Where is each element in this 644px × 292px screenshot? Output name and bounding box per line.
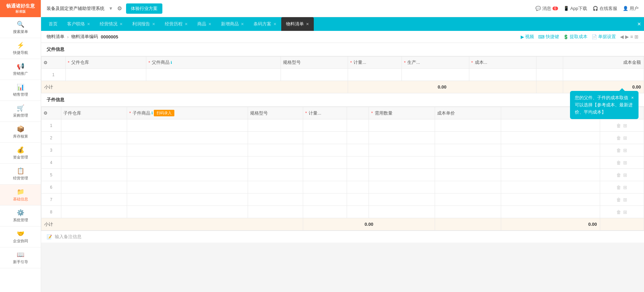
child-unit-cell-0[interactable] [303, 119, 347, 132]
child-unit-cell-6[interactable] [303, 194, 347, 206]
user-button[interactable]: 👤 用户 [623, 5, 639, 12]
copy-icon-7[interactable]: ⊞ [623, 209, 627, 215]
nav-tab-5[interactable]: 商品✕ [193, 17, 216, 31]
child-cost-amount-cell-4[interactable] [501, 169, 600, 181]
tab-close-6[interactable]: ✕ [241, 22, 244, 26]
child-warehouse-cell-6[interactable] [61, 194, 127, 206]
child-cost-amount-cell-3[interactable] [501, 156, 600, 169]
tab-close-8[interactable]: ✕ [306, 22, 309, 26]
parent-product-cell[interactable] [146, 69, 281, 81]
child-qty-cell-7[interactable] [369, 206, 435, 218]
parent-spec-cell[interactable] [281, 69, 348, 81]
video-action[interactable]: ▶ 视频 [521, 34, 534, 40]
child-product-cell-0[interactable] [127, 119, 248, 132]
child-qty-cell-3[interactable] [369, 156, 435, 169]
scan-input-button[interactable]: 扫码录入 [154, 110, 174, 116]
child-spec-cell-0[interactable] [248, 119, 303, 132]
child-qty-cell-0[interactable] [369, 119, 435, 132]
parent-warehouse-cell[interactable] [65, 69, 146, 81]
child-product-cell-3[interactable] [127, 156, 248, 169]
child-qty-cell-5[interactable] [369, 181, 435, 194]
delete-icon-6[interactable]: 🗑 [616, 197, 621, 202]
sidebar-item-6[interactable]: 💰资金管理 [0, 143, 41, 164]
child-unit-price-cell-3[interactable] [435, 156, 501, 169]
shortcut-action[interactable]: ⌨ 快捷键 [538, 34, 559, 40]
child-warehouse-cell-0[interactable] [61, 119, 127, 132]
child-product-cell-5[interactable] [127, 181, 248, 194]
child-product-info-icon[interactable]: ℹ [151, 111, 153, 115]
child-cost-amount-cell-5[interactable] [501, 181, 600, 194]
child-unit-price-cell-0[interactable] [435, 119, 501, 132]
nav-tab-4[interactable]: 经营历程✕ [160, 17, 193, 31]
parent-cost-cell[interactable] [469, 69, 536, 81]
child-product-cell-4[interactable] [127, 169, 248, 181]
child-unit-cell-2[interactable] [303, 144, 347, 156]
sidebar-item-1[interactable]: ⚡快捷导航 [0, 38, 41, 59]
child-cost-amount-cell-2[interactable] [501, 144, 600, 156]
child-cost-amount-cell-0[interactable] [501, 119, 600, 132]
tab-close-5[interactable]: ✕ [208, 22, 211, 26]
copy-icon-6[interactable]: ⊞ [623, 197, 627, 202]
child-cost-amount-cell-7[interactable] [501, 206, 600, 218]
nav-tab-7[interactable]: 条码方案✕ [249, 17, 281, 31]
child-warehouse-cell-1[interactable] [61, 132, 127, 144]
copy-icon-4[interactable]: ⊞ [623, 172, 627, 178]
copy-icon-2[interactable]: ⊞ [623, 148, 627, 153]
nav-tab-3[interactable]: 利润报告✕ [127, 17, 160, 31]
delete-icon-4[interactable]: 🗑 [616, 172, 621, 178]
child-product-cell-2[interactable] [127, 144, 248, 156]
sidebar-item-5[interactable]: 📦库存核算 [0, 122, 41, 143]
system-dropdown-arrow[interactable]: ▼ [109, 6, 113, 11]
child-unit-price-cell-2[interactable] [435, 144, 501, 156]
tab-close-7[interactable]: ✕ [273, 22, 276, 26]
child-qty-cell-6[interactable] [369, 194, 435, 206]
tooltip-close-button[interactable]: × [631, 94, 634, 102]
copy-icon-3[interactable]: ⊞ [623, 160, 627, 165]
online-service-button[interactable]: 🎧 在线客服 [593, 5, 617, 12]
sidebar-item-11[interactable]: 📖新手引导 [0, 247, 41, 268]
parent-unit-cell[interactable] [348, 69, 402, 81]
sidebar-item-2[interactable]: 📢营销推广 [0, 59, 41, 80]
nav-tab-6[interactable]: 新增商品✕ [216, 17, 249, 31]
child-unit-cell-4[interactable] [303, 169, 347, 181]
child-unit-cell-7[interactable] [303, 206, 347, 218]
nav-tab-1[interactable]: 客户联络✕ [62, 17, 95, 31]
tab-close-2[interactable]: ✕ [120, 22, 123, 26]
expand-button[interactable]: ≡ [630, 34, 633, 39]
delete-icon-0[interactable]: 🗑 [616, 123, 621, 128]
child-warehouse-cell-7[interactable] [61, 206, 127, 218]
sidebar-item-7[interactable]: 📋经营管理 [0, 164, 41, 185]
child-warehouse-cell-5[interactable] [61, 181, 127, 194]
child-unit-price-cell-4[interactable] [435, 169, 501, 181]
nav-tab-0[interactable]: 首页 [44, 17, 62, 31]
child-unit-price-cell-6[interactable] [435, 194, 501, 206]
sidebar-item-8[interactable]: 📁基础信息 [0, 185, 41, 206]
child-spec-cell-3[interactable] [248, 156, 303, 169]
child-spec-cell-7[interactable] [248, 206, 303, 218]
child-spec-cell-4[interactable] [248, 169, 303, 181]
message-button[interactable]: 💬 消息 6 [535, 5, 558, 12]
sidebar-item-10[interactable]: 🤝企业协同 [0, 226, 41, 247]
doc-settings-action[interactable]: 📄 单据设置 [592, 34, 616, 40]
child-warehouse-cell-2[interactable] [61, 144, 127, 156]
copy-icon-5[interactable]: ⊞ [623, 185, 627, 190]
extract-cost-action[interactable]: 💲 提取成本 [563, 34, 587, 40]
close-all-tabs-button[interactable]: ✕ [637, 21, 641, 27]
trial-button[interactable]: 体验行业方案 [126, 3, 162, 14]
delete-icon-1[interactable]: 🗑 [616, 135, 621, 141]
child-qty-cell-4[interactable] [369, 169, 435, 181]
child-qty-cell-1[interactable] [369, 132, 435, 144]
delete-icon-3[interactable]: 🗑 [616, 160, 621, 165]
child-unit-cell-1[interactable] [303, 132, 347, 144]
tab-close-1[interactable]: ✕ [87, 22, 90, 26]
tab-close-3[interactable]: ✕ [152, 22, 155, 26]
child-product-cell-7[interactable] [127, 206, 248, 218]
sidebar-item-0[interactable]: 🔍搜索菜单 [0, 17, 41, 38]
copy-icon-0[interactable]: ⊞ [623, 123, 627, 128]
nav-tab-2[interactable]: 经营情况✕ [95, 17, 127, 31]
app-download-button[interactable]: 📱 App下载 [564, 5, 587, 12]
delete-icon-7[interactable]: 🗑 [616, 209, 621, 215]
child-spec-cell-2[interactable] [248, 144, 303, 156]
sidebar-item-9[interactable]: ⚙️系统管理 [0, 206, 41, 226]
child-warehouse-cell-3[interactable] [61, 156, 127, 169]
